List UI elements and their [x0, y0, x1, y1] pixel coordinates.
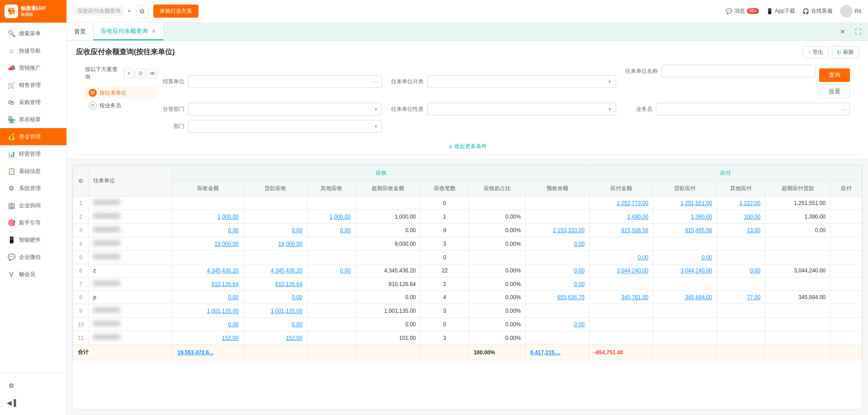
more-scheme-btn[interactable]: ≪ — [147, 68, 157, 78]
sidebar-item-guide[interactable]: 🎯 新手引导 — [0, 214, 66, 231]
tab-home[interactable]: 首页 — [67, 23, 94, 40]
tab-balance-query[interactable]: 应收应付余额查询 ✕ — [94, 23, 164, 40]
filter-grid: 结算单位 ··· 往来单位分类 ▼ — [157, 62, 850, 133]
th-ap-amount: 应付金额 — [590, 181, 653, 196]
row-ar-overdue: 4,345,436.20 — [355, 264, 420, 277]
sub-dept-input[interactable]: ▼ — [188, 120, 382, 133]
sidebar-item-corp[interactable]: 🏢 企业协同 — [0, 197, 66, 214]
sidebar-item-sales[interactable]: 🛒 销售管理 — [0, 76, 66, 94]
row-partner — [89, 210, 173, 224]
operations-icon: 📊 — [7, 150, 15, 158]
row-ap-balance — [830, 264, 862, 277]
sidebar-item-search[interactable]: 🔍 搜索菜单 — [0, 25, 66, 42]
filter-by-unit[interactable]: 畅 按往来单位 — [85, 86, 157, 99]
footer-ap-amount: -654,751.40 — [590, 345, 653, 360]
row-ar-other — [307, 304, 355, 318]
sidebar-item-finance[interactable]: 💰 资金管理 — [0, 128, 66, 145]
row-ap-amount: 915,508.56 — [590, 224, 653, 237]
filter-dept: 分管部门 ▼ — [157, 103, 382, 115]
row-ar-overdue — [355, 251, 420, 264]
dept-input[interactable]: ▼ — [188, 103, 382, 115]
row-partner — [89, 304, 173, 318]
edit-scheme-btn[interactable]: ⊙ — [136, 68, 146, 78]
row-ap-loan: 915,495.56 — [653, 224, 717, 237]
tab-close-icon[interactable]: ✕ — [151, 28, 156, 34]
row-ar-count: 3 — [420, 304, 469, 318]
footer-ap-overdue — [765, 345, 830, 360]
row-ar-prepay: 2,153,333.00 — [526, 224, 590, 237]
search-icon: 🔍 — [7, 29, 15, 38]
row-ap-amount: 1,252,773.00 — [590, 196, 653, 210]
unit-nature-input[interactable]: ▼ — [427, 103, 616, 115]
by-employee-icon: ⏱ — [89, 101, 97, 110]
sidebar-item-settings[interactable]: ⚙ — [0, 377, 66, 394]
footer-ar-ratio: 100.00% — [469, 345, 525, 360]
th-settings[interactable]: ⚙ — [73, 166, 89, 196]
row-ar-other — [307, 251, 355, 264]
sidebar-item-member[interactable]: V 畅会员 — [0, 266, 66, 283]
row-ap-amount — [590, 318, 653, 331]
tab-expand[interactable]: ⛶ — [853, 26, 863, 37]
sidebar-item-hardware[interactable]: 📱 智能硬件 — [0, 231, 66, 248]
filter-by-employee[interactable]: ⏱ 按业务员 — [85, 99, 157, 112]
sidebar-item-warehouse[interactable]: 🏪 库存核算 — [0, 111, 66, 128]
table-footer: 合计 19,553,472.6... 100.00% 6,417,215....… — [73, 345, 862, 360]
sidebar-item-operations[interactable]: 📊 经营管理 — [0, 145, 66, 162]
user-area[interactable]: Rit — [840, 5, 861, 18]
sidebar-item-purchase[interactable]: 🛍 采购管理 — [0, 94, 66, 111]
app-download-action[interactable]: 📱 App下载 — [766, 7, 795, 15]
export-button[interactable]: ↑ 导出 — [803, 46, 828, 58]
online-service-action[interactable]: 🎧 在线客服 — [802, 7, 833, 15]
filter-unit-nature: 往来单位性质 ▼ — [391, 103, 616, 115]
sidebar-item-marketing[interactable]: 📣 营销推广 — [0, 59, 66, 76]
footer-ar-prepay[interactable]: 6,417,215.... — [526, 345, 590, 360]
row-num: 9 — [73, 304, 89, 318]
footer-ar-amount[interactable]: 19,553,472.6... — [173, 345, 244, 360]
query-button[interactable]: 查询 — [819, 68, 850, 82]
row-ar-prepay: 0.00 — [526, 277, 590, 291]
sidebar-item-system[interactable]: ⚙ 系统管理 — [0, 180, 66, 197]
set-button[interactable]: 设置 — [819, 85, 850, 98]
row-ar-amount: 1,001,135.00 — [173, 304, 244, 318]
collapse-more-btn[interactable]: ∧ 收起更多条件 — [448, 140, 487, 153]
trial-button[interactable]: 体验行业方案 — [153, 5, 198, 18]
gear-button[interactable]: ⚙ — [136, 5, 149, 18]
row-ar-other — [307, 196, 355, 210]
row-partner — [89, 224, 173, 237]
row-ap-overdue — [765, 304, 830, 318]
row-ap-loan — [653, 237, 717, 251]
table-row: 1 0 1,252,773.00 1,251,551.00 1,222.00 1… — [73, 196, 862, 210]
footer-ar-overdue — [355, 345, 420, 360]
row-ap-other: 77.00 — [717, 291, 765, 304]
row-ar-ratio: 0.00% — [469, 304, 525, 318]
row-partner — [89, 196, 173, 210]
row-partner — [89, 331, 173, 345]
unit-name-input[interactable] — [661, 65, 816, 77]
table-wrapper[interactable]: ⚙ 往来单位 应收 应付 应收金额 贷款应收 其他应收 超期应收金额 应收笔数 — [72, 165, 863, 410]
row-ar-count: 3 — [420, 237, 469, 251]
salesperson-input[interactable]: ··· — [656, 103, 850, 115]
filter-sub-dept: 部门 ▼ — [157, 120, 382, 133]
row-ar-overdue: 810,126.64 — [355, 277, 420, 291]
table-row: 10 0.00 0.00 0.00 0 0.00% 0.00 — [73, 318, 862, 331]
sales-icon: 🛒 — [7, 81, 15, 89]
table-row: 6 z 4,345,436.20 4,345,436.20 0.00 4,345… — [73, 264, 862, 277]
row-ap-other — [717, 277, 765, 291]
sidebar-item-basic[interactable]: 📋 基础信息 — [0, 162, 66, 180]
messages-action[interactable]: 💬 消息 99+ — [726, 7, 759, 15]
tab-close-window[interactable]: ✕ — [837, 26, 848, 37]
add-scheme-btn[interactable]: + — [124, 68, 134, 78]
unit-category-input[interactable]: ▼ — [427, 75, 616, 88]
footer-ar-other — [307, 345, 355, 360]
sidebar-item-quick-nav[interactable]: ⌂ 快捷导航 — [0, 42, 66, 59]
footer-ap-other — [717, 345, 765, 360]
sidebar-item-collapse[interactable]: ◀▐ — [0, 394, 66, 411]
settlement-unit-input[interactable]: ··· — [188, 75, 382, 88]
sidebar-item-wechat[interactable]: 💬 企业微信 — [0, 248, 66, 266]
refresh-button[interactable]: ↻ 刷新 — [832, 46, 859, 58]
row-ap-amount: 0.00 — [590, 251, 653, 264]
row-ap-overdue — [765, 251, 830, 264]
row-ar-amount: 18,000.00 — [173, 237, 244, 251]
row-ap-amount — [590, 237, 653, 251]
tab-bar: 首页 应收应付余额查询 ✕ ✕ ⛶ — [67, 23, 868, 41]
